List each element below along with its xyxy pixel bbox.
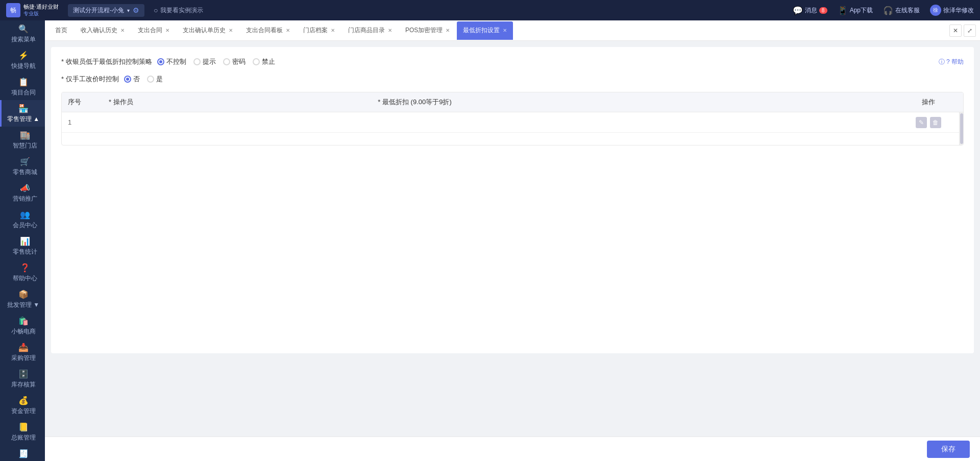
th-operator: * 操作员 <box>103 92 372 112</box>
th-seq: 序号 <box>62 92 103 112</box>
message-button[interactable]: 💬 消息 8 <box>793 6 827 15</box>
user-profile[interactable]: 徐 徐泽华修改 <box>930 5 974 16</box>
form-row-manual-price: * 仅手工改价时控制 否 是 <box>61 75 964 84</box>
sidebar-item-finance[interactable]: 💰 资金管理 <box>0 392 45 419</box>
sidebar-item-marketing[interactable]: 📣 营销推广 <box>0 180 45 206</box>
th-discount: * 最低折扣 (9.00等于9折) <box>372 92 898 112</box>
close-min-discount-icon[interactable]: ✕ <box>503 28 507 33</box>
radio-password[interactable]: 密码 <box>223 57 246 66</box>
maximize-tab-button[interactable]: ⤢ <box>964 25 976 37</box>
member-icon: 👥 <box>20 210 30 220</box>
radio-forbid[interactable]: 禁止 <box>253 57 275 66</box>
discount-strategy-label: * 收银员低于最低折扣控制策略 <box>61 57 152 66</box>
logo-text: 畅捷·通好业财 专业版 <box>23 4 59 16</box>
radio-manual-no-circle <box>124 76 131 83</box>
save-button[interactable]: 保存 <box>927 441 970 458</box>
sidebar-item-smart-store[interactable]: 🏬 智慧门店 <box>0 127 45 153</box>
td-seq-1: 1 <box>62 114 103 130</box>
sidebar: 🔍 搜索菜单 ⚡ 快捷导航 📋 项目合同 🏪 零售管理 ▲ 🏬 智慧门店 🛒 零… <box>0 20 45 461</box>
sidebar-item-contract[interactable]: 📋 项目合同 <box>0 74 45 100</box>
wholesale-icon: 📦 <box>18 289 29 299</box>
app-download-button[interactable]: 📱 App下载 <box>838 6 873 15</box>
th-scrollbar-spacer <box>959 92 963 112</box>
tab-income-history[interactable]: 收入确认历史 ✕ <box>75 21 131 40</box>
tab-expense-contract[interactable]: 支出合同 ✕ <box>132 21 176 40</box>
sidebar-item-ecommerce[interactable]: 🛍️ 小畅电商 <box>0 312 45 339</box>
table-scrollbar[interactable] <box>959 112 963 145</box>
edit-row-button[interactable]: ✎ <box>916 117 927 128</box>
message-badge: 8 <box>819 7 827 14</box>
marketing-icon: 📣 <box>20 183 30 193</box>
sidebar-item-help[interactable]: ❓ 帮助中心 <box>0 259 45 286</box>
project-selector[interactable]: 测试分开流程-小兔 ⚙ <box>68 4 144 17</box>
scrollbar-thumb[interactable] <box>960 113 963 144</box>
tab-store-catalog[interactable]: 门店商品目录 ✕ <box>342 21 398 40</box>
ledger-icon: 📒 <box>18 422 29 432</box>
top-bar-right: 💬 消息 8 📱 App下载 🎧 在线客服 徐 徐泽华修改 <box>793 5 974 16</box>
tab-min-discount[interactable]: 最低折扣设置 ✕ <box>457 21 513 40</box>
close-expense-board-icon[interactable]: ✕ <box>286 28 290 33</box>
tab-expense-board[interactable]: 支出合同看板 ✕ <box>240 21 296 40</box>
delete-row-button[interactable]: 🗑 <box>930 117 941 128</box>
table-header: 序号 * 操作员 * 最低折扣 (9.00等于9折) 操作 <box>62 92 963 112</box>
page-content: * 收银员低于最低折扣控制策略 不控制 提示 密码 <box>45 41 980 436</box>
tabs-bar: 首页 收入确认历史 ✕ 支出合同 ✕ 支出确认单历史 ✕ 支出合同看板 ✕ 门店… <box>45 20 980 41</box>
radio-no-control[interactable]: 不控制 <box>157 57 186 66</box>
radio-manual-no[interactable]: 否 <box>124 75 140 84</box>
close-income-history-icon[interactable]: ✕ <box>120 28 125 33</box>
close-store-catalog-icon[interactable]: ✕ <box>388 28 392 33</box>
settings-card: * 收银员低于最低折扣控制策略 不控制 提示 密码 <box>51 47 974 353</box>
discount-table: 序号 * 操作员 * 最低折扣 (9.00等于9折) 操作 1 <box>61 92 964 145</box>
sidebar-item-invoice[interactable]: 🧾 发票管理 <box>0 445 45 461</box>
ecommerce-icon: 🛍️ <box>18 316 29 326</box>
sidebar-item-purchase[interactable]: 📥 采购管理 <box>0 339 45 366</box>
tab-home[interactable]: 首页 <box>49 21 74 40</box>
tabs-actions: ✕ ⤢ <box>949 25 976 37</box>
help-circle-icon: ⓘ <box>939 58 945 66</box>
close-expense-confirm-icon[interactable]: ✕ <box>229 28 233 33</box>
form-row-discount-strategy: * 收银员低于最低折扣控制策略 不控制 提示 密码 <box>61 57 964 66</box>
discount-strategy-radio-group: 不控制 提示 密码 禁止 <box>157 57 275 66</box>
sidebar-item-retail-stats[interactable]: 📊 零售统计 <box>0 233 45 259</box>
sidebar-item-online-store[interactable]: 🛒 零售商城 <box>0 153 45 180</box>
tab-pos-encrypt[interactable]: POS加密管理 ✕ <box>399 21 456 40</box>
finance-icon: 💰 <box>18 396 29 405</box>
radio-prompt[interactable]: 提示 <box>193 57 216 66</box>
sidebar-item-member[interactable]: 👥 会员中心 <box>0 206 45 233</box>
online-service-button[interactable]: 🎧 在线客服 <box>883 6 920 15</box>
radio-password-circle <box>223 58 230 65</box>
close-store-archive-icon[interactable]: ✕ <box>331 28 335 33</box>
manual-price-label: * 仅手工改价时控制 <box>61 75 119 84</box>
td-action-1: ✎ 🗑 <box>898 113 959 132</box>
radio-manual-yes-circle <box>147 76 154 83</box>
td-operator-1 <box>103 118 372 127</box>
main-layout: 🔍 搜索菜单 ⚡ 快捷导航 📋 项目合同 🏪 零售管理 ▲ 🏬 智慧门店 🛒 零… <box>0 20 980 461</box>
project-chevron-icon <box>127 7 130 14</box>
close-tab-button[interactable]: ✕ <box>949 25 962 37</box>
demo-link[interactable]: ○ 我要看实例演示 <box>154 6 203 15</box>
avatar: 徐 <box>930 5 941 16</box>
sidebar-item-retail[interactable]: 🏪 零售管理 ▲ <box>0 100 45 127</box>
sidebar-item-search[interactable]: 🔍 搜索菜单 <box>0 20 45 47</box>
logo: 畅 畅捷·通好业财 专业版 <box>6 3 59 17</box>
close-expense-contract-icon[interactable]: ✕ <box>165 28 169 33</box>
sidebar-item-wholesale[interactable]: 📦 批发管理 ▼ <box>0 286 45 312</box>
top-bar: 畅 畅捷·通好业财 专业版 测试分开流程-小兔 ⚙ ○ 我要看实例演示 💬 消息… <box>0 0 980 20</box>
stats-icon: 📊 <box>20 236 30 246</box>
tab-expense-confirm[interactable]: 支出确认单历史 ✕ <box>177 21 239 40</box>
radio-prompt-circle <box>193 58 201 65</box>
sidebar-item-quicknav[interactable]: ⚡ 快捷导航 <box>0 47 45 74</box>
radio-no-control-circle <box>157 58 164 65</box>
radio-manual-yes[interactable]: 是 <box>147 75 163 84</box>
help-button[interactable]: ⓘ ? 帮助 <box>939 58 964 66</box>
settings-icon[interactable]: ⚙ <box>133 6 139 14</box>
invoice-icon: 🧾 <box>18 449 29 458</box>
retail-icon: 🏪 <box>18 104 29 113</box>
content-area: 首页 收入确认历史 ✕ 支出合同 ✕ 支出确认单历史 ✕ 支出合同看板 ✕ 门店… <box>45 20 980 461</box>
radio-forbid-circle <box>253 58 260 65</box>
close-pos-encrypt-icon[interactable]: ✕ <box>446 28 450 33</box>
sidebar-item-inventory[interactable]: 🗄️ 库存核算 <box>0 366 45 392</box>
help-icon: ❓ <box>20 263 30 273</box>
tab-store-archive[interactable]: 门店档案 ✕ <box>297 21 341 40</box>
sidebar-item-ledger[interactable]: 📒 总账管理 <box>0 419 45 445</box>
